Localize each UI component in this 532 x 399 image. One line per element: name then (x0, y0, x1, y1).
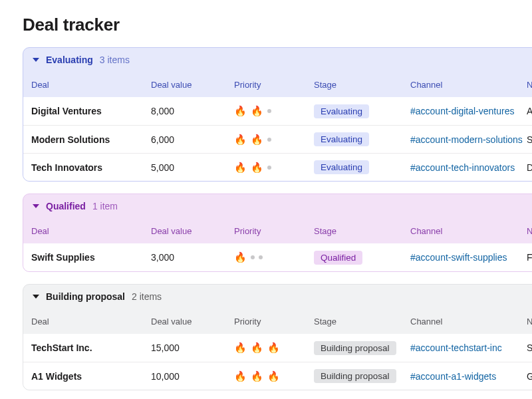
fire-icon: 🔥 (234, 162, 247, 174)
next-step: Discus (527, 162, 532, 173)
group-header[interactable]: Evaluating 3 items (23, 48, 142, 72)
priority-empty-dot (267, 138, 271, 142)
channel-link[interactable]: #account-techstart-inc (410, 342, 502, 353)
chevron-down-icon (33, 295, 39, 299)
group-label: Evaluating (46, 55, 93, 65)
column-header-row: DealDeal valuePriorityStageChannelNext s… (23, 72, 532, 97)
group-header[interactable]: Qualified 1 item (23, 194, 130, 218)
stage-pill: Evaluating (314, 132, 369, 146)
table-row[interactable]: Swift Supplies 3,000 🔥 Qualified #accoun… (23, 243, 532, 271)
priority-cell: 🔥🔥 (234, 134, 314, 146)
channel-cell: #account-a1-widgets (410, 371, 527, 382)
priority-empty-dot (259, 255, 263, 259)
column-header[interactable]: Deal (31, 317, 151, 327)
column-header[interactable]: Channel (410, 226, 527, 236)
group-evaluating: Evaluating 3 items DealDeal valuePriorit… (23, 47, 532, 182)
stage-cell: Building proposal (314, 341, 410, 355)
priority-empty-dot (267, 109, 271, 113)
group-label: Building proposal (46, 291, 125, 302)
table-row[interactable]: Modern Solutions 6,000 🔥🔥 Evaluating #ac… (23, 125, 532, 153)
deal-value: 15,000 (151, 342, 234, 353)
fire-icon: 🔥 (234, 342, 247, 354)
deal-name: Tech Innovators (31, 162, 151, 173)
group-count: 3 items (100, 55, 130, 65)
priority-empty-dot (251, 255, 255, 259)
channel-link[interactable]: #account-a1-widgets (410, 371, 496, 382)
stage-cell: Evaluating (314, 104, 410, 118)
stage-cell: Building proposal (314, 369, 410, 383)
next-step: Follow (527, 252, 532, 263)
priority-cell: 🔥🔥 (234, 105, 314, 117)
column-header-row: DealDeal valuePriorityStageChannelNext s… (23, 309, 532, 334)
channel-cell: #account-techstart-inc (410, 342, 527, 353)
group-count: 2 items (132, 291, 162, 302)
stage-cell: Qualified (314, 251, 410, 265)
table-row[interactable]: Digital Ventures 8,000 🔥🔥 Evaluating #ac… (23, 97, 532, 125)
next-step: Send in (527, 342, 532, 353)
column-header[interactable]: Deal value (151, 317, 234, 327)
column-header[interactable]: Next ste (527, 80, 532, 90)
fire-icon: 🔥 (267, 342, 280, 354)
page-title: Deal tracker (23, 15, 532, 35)
stage-pill: Building proposal (314, 369, 396, 383)
stage-pill: Building proposal (314, 341, 396, 355)
channel-link[interactable]: #account-digital-ventures (410, 106, 514, 116)
channel-link[interactable]: #account-swift-supplies (410, 252, 507, 263)
priority-cell: 🔥🔥🔥 (234, 342, 314, 354)
deal-value: 10,000 (151, 371, 234, 382)
stage-pill: Qualified (314, 251, 362, 265)
column-header[interactable]: Deal (31, 226, 151, 236)
fire-icon: 🔥 (234, 251, 247, 263)
column-header[interactable]: Channel (410, 317, 527, 327)
group-header[interactable]: Building proposal 2 items (23, 285, 174, 309)
fire-icon: 🔥 (267, 370, 280, 382)
chevron-down-icon (33, 204, 39, 208)
table-row[interactable]: Tech Innovators 5,000 🔥🔥 Evaluating #acc… (23, 153, 532, 181)
stage-cell: Evaluating (314, 132, 410, 146)
priority-cell: 🔥🔥🔥 (234, 370, 314, 382)
priority-empty-dot (267, 166, 271, 170)
deal-value: 6,000 (151, 134, 234, 145)
column-header[interactable]: Stage (314, 80, 410, 90)
deal-value: 5,000 (151, 162, 234, 173)
column-header[interactable]: Stage (314, 226, 410, 236)
deal-name: Modern Solutions (31, 134, 151, 145)
next-step: Awaitin (527, 106, 532, 116)
channel-cell: #account-swift-supplies (410, 252, 527, 263)
stage-pill: Evaluating (314, 104, 369, 118)
column-header[interactable]: Priority (234, 226, 314, 236)
next-step: Gather (527, 371, 532, 382)
deal-value: 3,000 (151, 252, 234, 263)
fire-icon: 🔥 (251, 370, 263, 382)
table-row[interactable]: A1 Widgets 10,000 🔥🔥🔥 Building proposal … (23, 362, 532, 390)
column-header[interactable]: Channel (410, 80, 527, 90)
column-header[interactable]: Priority (234, 80, 314, 90)
deal-name: Digital Ventures (31, 106, 151, 116)
fire-icon: 🔥 (234, 370, 247, 382)
deal-name: Swift Supplies (31, 252, 151, 263)
channel-link[interactable]: #account-modern-solutions (410, 134, 523, 145)
deal-value: 8,000 (151, 106, 234, 116)
table-row[interactable]: TechStart Inc. 15,000 🔥🔥🔥 Building propo… (23, 334, 532, 362)
channel-cell: #account-modern-solutions (410, 134, 527, 145)
column-header[interactable]: Next ste (527, 317, 532, 327)
priority-cell: 🔥🔥 (234, 162, 314, 174)
column-header[interactable]: Deal value (151, 226, 234, 236)
next-step: Schedu (527, 134, 532, 145)
stage-pill: Evaluating (314, 160, 369, 174)
column-header[interactable]: Next ste (527, 226, 532, 236)
column-header-row: DealDeal valuePriorityStageChannelNext s… (23, 218, 532, 243)
group-label: Qualified (46, 201, 86, 211)
group-count: 1 item (92, 201, 118, 211)
column-header[interactable]: Deal value (151, 80, 234, 90)
fire-icon: 🔥 (234, 105, 247, 117)
column-header[interactable]: Stage (314, 317, 410, 327)
chevron-down-icon (33, 58, 39, 62)
group-qualified: Qualified 1 item DealDeal valuePriorityS… (23, 194, 532, 272)
fire-icon: 🔥 (234, 134, 247, 146)
channel-link[interactable]: #account-tech-innovators (410, 162, 515, 173)
column-header[interactable]: Deal (31, 80, 151, 90)
deal-name: A1 Widgets (31, 371, 151, 382)
column-header[interactable]: Priority (234, 317, 314, 327)
channel-cell: #account-tech-innovators (410, 162, 527, 173)
